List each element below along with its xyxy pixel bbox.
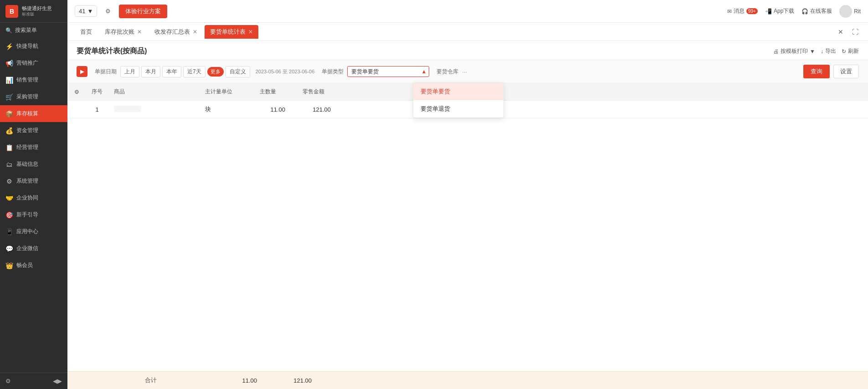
- filter-expand-btn[interactable]: ▶: [77, 66, 87, 77]
- type-select-wrap: 要货单要货 要货单退货 ▲: [347, 66, 429, 77]
- print-icon: 🖨: [773, 48, 779, 55]
- online-service-action[interactable]: 🎧 在线客服: [801, 7, 832, 15]
- sidebar-item-inventory[interactable]: 📦 库存核算: [0, 105, 67, 122]
- row-seq-cell: 1: [86, 101, 108, 118]
- user-name: Rit: [854, 8, 861, 15]
- export-label: 导出: [825, 47, 836, 55]
- row-settings-cell: [67, 101, 86, 118]
- top-header-right: ✉ 消息 99+ 📲 App下载 🎧 在线客服 Rit: [727, 5, 861, 18]
- company-selector[interactable]: 41 ▼: [75, 5, 97, 17]
- app-download-action[interactable]: 📲 App下载: [765, 7, 794, 15]
- tab-receive-summary-label: 收发存汇总表: [154, 28, 190, 36]
- sidebar-item-guide[interactable]: 🎯 新手引导: [0, 206, 67, 223]
- type-dropdown-menu: 要货单要货 要货单退货: [413, 82, 504, 118]
- page-content: 要货单统计表(按商品) 🖨 按模板打印 ▼ ↓ 导出 ↻ 刷新 ▶: [67, 41, 868, 389]
- sidebar-item-label: 经营管理: [16, 143, 38, 151]
- page-title-actions: 🖨 按模板打印 ▼ ↓ 导出 ↻ 刷新: [773, 47, 859, 55]
- date-range: 2023-05-06 至 2023-06-06: [256, 68, 315, 75]
- filter-bar: ▶ 单据日期 上月 本月 本年 近7天 更多 自定义 2023-05-06 至 …: [67, 60, 868, 83]
- user-avatar-action[interactable]: Rit: [839, 5, 861, 18]
- tab-inventory-batch[interactable]: 库存批次账 ✕: [99, 25, 147, 39]
- print-action[interactable]: 🖨 按模板打印 ▼: [773, 47, 815, 55]
- col-seq-header: 序号: [86, 83, 108, 101]
- date-7days-btn[interactable]: 近7天: [183, 66, 205, 77]
- operations-icon: 📋: [5, 144, 13, 151]
- sidebar-item-marketing[interactable]: 📢 营销推广: [0, 55, 67, 72]
- sidebar-item-label: 采购管理: [16, 93, 38, 101]
- date-year-btn[interactable]: 本年: [162, 66, 181, 77]
- top-settings-icon[interactable]: ⚙: [103, 6, 113, 17]
- top-header: 41 ▼ ⚙ 体验行业方案 ✉ 消息 99+ 📲 App下载 🎧 在线客服 R: [67, 0, 868, 23]
- dropdown-option-return[interactable]: 要货单退货: [413, 100, 503, 118]
- date-filter-group: 单据日期 上月 本月 本年 近7天 更多 自定义 2023-05-06 至 20…: [95, 66, 314, 77]
- sidebar-logo: B 畅捷通好生意 标准版: [0, 0, 67, 23]
- export-action[interactable]: ↓ 导出: [821, 47, 836, 55]
- sidebar-item-vip[interactable]: 👑 畅会员: [0, 257, 67, 274]
- messages-action[interactable]: ✉ 消息 99+: [727, 7, 758, 15]
- date-prev-btn[interactable]: 上月: [120, 66, 139, 77]
- footer-label: 合计: [145, 376, 157, 384]
- sidebar-item-system[interactable]: ⚙ 系统管理: [0, 173, 67, 189]
- page-title-bar: 要货单统计表(按商品) 🖨 按模板打印 ▼ ↓ 导出 ↻ 刷新: [67, 41, 868, 60]
- sidebar-item-label: 营销推广: [16, 59, 38, 67]
- date-custom-btn[interactable]: 自定义: [226, 66, 250, 77]
- selector-chevron-icon: ▼: [87, 8, 93, 15]
- finance-icon: 💰: [5, 127, 13, 134]
- tab-inventory-batch-close[interactable]: ✕: [137, 29, 142, 35]
- sidebar-item-label: 库存核算: [16, 110, 38, 118]
- tab-close-all-icon[interactable]: ✕: [835, 26, 846, 37]
- tab-receive-summary-close[interactable]: ✕: [193, 29, 197, 35]
- sidebar-item-label: 企业微信: [16, 245, 38, 252]
- sidebar-item-finance[interactable]: 💰 资金管理: [0, 122, 67, 139]
- sidebar-item-sales[interactable]: 📊 销售管理: [0, 72, 67, 88]
- sidebar-settings-icon[interactable]: ⚙: [5, 378, 11, 384]
- selector-value: 41: [79, 8, 85, 15]
- sidebar-item-operations[interactable]: 📋 经营管理: [0, 139, 67, 156]
- sidebar-item-wechat[interactable]: 💬 企业微信: [0, 240, 67, 257]
- sidebar-item-purchase[interactable]: 🛒 采购管理: [0, 88, 67, 105]
- settings-btn[interactable]: 设置: [833, 65, 859, 78]
- tab-receive-summary[interactable]: 收发存汇总表 ✕: [149, 25, 203, 39]
- avatar: [839, 5, 852, 18]
- sidebar-collapse-icon[interactable]: ◀▶: [53, 378, 62, 384]
- messages-badge: 99+: [746, 8, 758, 14]
- top-header-left: 41 ▼ ⚙ 体验行业方案: [75, 5, 167, 18]
- trial-btn[interactable]: 体验行业方案: [119, 5, 167, 18]
- date-curr-btn[interactable]: 本月: [141, 66, 160, 77]
- row-amount-cell: 121.00: [291, 101, 336, 118]
- sales-icon: 📊: [5, 77, 13, 84]
- filter-actions: 查询 设置: [803, 65, 859, 78]
- dropdown-option-order[interactable]: 要货单要货: [413, 83, 503, 100]
- date-more-btn[interactable]: 更多: [207, 67, 224, 77]
- search-menu-item[interactable]: 🔍 搜索菜单: [0, 23, 67, 38]
- settings-icon[interactable]: ⚙: [74, 89, 79, 95]
- app-download-icon: 📲: [765, 8, 772, 15]
- tab-request-stat-close[interactable]: ✕: [248, 29, 253, 35]
- warehouse-filter-group: 要货仓库 ···: [437, 68, 467, 76]
- date-filter-label: 单据日期: [95, 68, 117, 76]
- sidebar-item-basic[interactable]: 🗂 基础信息: [0, 156, 67, 173]
- service-icon: 🎧: [801, 8, 808, 15]
- warehouse-more-icon[interactable]: ···: [462, 68, 467, 75]
- app-name-wrap: 畅捷通好生意 标准版: [22, 5, 52, 17]
- refresh-action[interactable]: ↻ 刷新: [842, 47, 859, 55]
- online-service-label: 在线客服: [810, 7, 832, 15]
- col-settings-header: ⚙: [67, 83, 86, 101]
- tab-maximize-icon[interactable]: ⛶: [850, 26, 861, 37]
- quick-nav-icon: ⚡: [5, 43, 13, 50]
- page-title: 要货单统计表(按商品): [77, 46, 147, 56]
- app-download-label: App下载: [774, 7, 794, 15]
- messages-label: 消息: [734, 7, 745, 15]
- search-icon: 🔍: [5, 27, 12, 34]
- sidebar-item-quick-nav[interactable]: ⚡ 快捷导航: [0, 38, 67, 55]
- sidebar-item-cooperation[interactable]: 🤝 企业协同: [0, 189, 67, 206]
- sidebar-item-label: 应用中心: [16, 228, 38, 235]
- tab-home[interactable]: 首页: [75, 25, 98, 39]
- sidebar-item-label: 基础信息: [16, 160, 38, 168]
- table-wrap: ⚙ 序号 商品 主计量单位 主数量 零售金额 1: [67, 83, 868, 371]
- type-select[interactable]: 要货单要货 要货单退货: [347, 66, 429, 77]
- tab-request-stat[interactable]: 要货单统计表 ✕: [205, 25, 258, 39]
- query-btn[interactable]: 查询: [803, 65, 830, 78]
- sidebar-item-apps[interactable]: 📱 应用中心: [0, 223, 67, 240]
- table-footer: 合计 11.00 121.00: [67, 371, 868, 389]
